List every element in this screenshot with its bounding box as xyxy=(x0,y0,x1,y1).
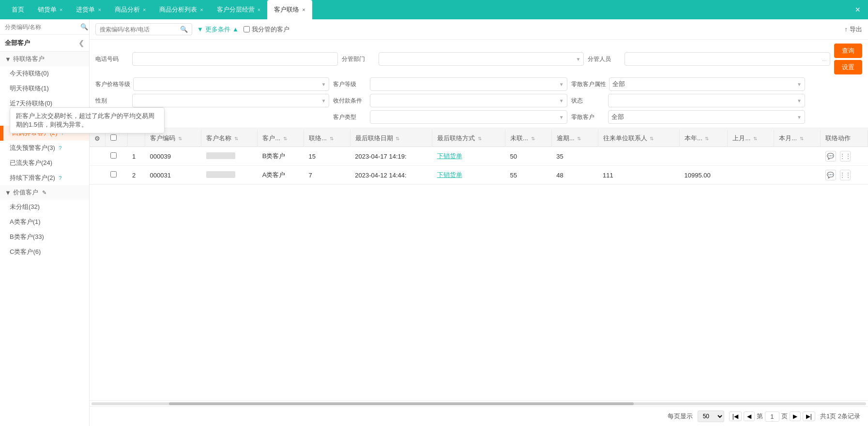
sidebar-item-a-class[interactable]: A类客户(1) xyxy=(0,215,89,230)
sidebar-search-area: 🔍 xyxy=(0,19,89,35)
price-level-select[interactable]: ▼ xyxy=(133,77,329,91)
my-customers-checkbox-area: 我分管的客户 xyxy=(244,25,289,34)
th-contact[interactable]: 联络... ⇅ xyxy=(304,130,350,147)
td-unit-contact-2: 111 xyxy=(598,166,679,185)
sort-icon-last-month: ⇅ xyxy=(753,136,757,141)
price-level-label: 客户价格等级 xyxy=(95,80,130,88)
sidebar-item-b-class[interactable]: B类客户(33) xyxy=(0,230,89,245)
phone-input[interactable] xyxy=(132,52,338,66)
th-unread-label: 未联... xyxy=(510,134,528,142)
tab-home[interactable]: 首页 xyxy=(5,0,31,19)
tab-customer-contact[interactable]: 客户联络 × xyxy=(267,0,312,19)
branch-dept-select[interactable]: ▼ xyxy=(379,52,584,66)
advanced-filter-panel: 电话号码 分管部门 ▼ 分管人员 … 查询 设置 xyxy=(90,40,868,128)
customer-type-select[interactable]: ▼ xyxy=(370,110,567,124)
th-customer-level[interactable]: 客户... ⇅ xyxy=(258,130,304,147)
tab-customer-tier-close[interactable]: × xyxy=(258,7,260,13)
td-last-contact-method-1[interactable]: 下销货单 xyxy=(432,147,505,166)
th-customer-name[interactable]: 客户名称 ⇅ xyxy=(201,130,258,147)
sidebar-item-loss-risk[interactable]: 流失预警客户(3) ? xyxy=(0,141,89,156)
sidebar-search-icon[interactable]: 🔍 xyxy=(80,23,88,30)
th-last-contact-date[interactable]: 最后联络日期 ⇅ xyxy=(350,130,432,147)
value-customer-edit-icon[interactable]: ✎ xyxy=(42,190,46,196)
continuous-drop-info-icon[interactable]: ? xyxy=(59,175,61,181)
more-conditions-label: 更多条件 xyxy=(205,25,230,34)
query-button[interactable]: 查询 xyxy=(834,44,862,58)
status-select[interactable]: ▼ xyxy=(608,94,805,107)
tab-sales-order-close[interactable]: × xyxy=(60,7,62,13)
current-page[interactable]: 1 xyxy=(765,411,779,422)
action-icon-more-2[interactable]: ⋮⋮ xyxy=(840,170,851,180)
zero-retail-attr-select[interactable]: 全部▼ xyxy=(609,77,805,91)
tab-customer-contact-close[interactable]: × xyxy=(302,7,305,13)
my-customers-checkbox[interactable] xyxy=(244,26,250,32)
sidebar-item-today-pending[interactable]: 今天待联络(0) xyxy=(0,66,89,81)
last-page-button[interactable]: ▶| xyxy=(803,411,815,421)
filter-field-gender: 性别 ▼ xyxy=(95,94,329,107)
filter-row-4: ... 客户类型 ▼ 零散客户 全部▼ xyxy=(95,110,862,124)
tab-product-analysis[interactable]: 商品分析 × xyxy=(108,0,152,19)
th-last-contact-method[interactable]: 最后联络方式 ⇅ xyxy=(432,130,505,147)
th-this-month[interactable]: 本月... ⇅ xyxy=(774,130,821,147)
horizontal-scrollbar[interactable] xyxy=(90,400,868,406)
filter-field-customer-type: 客户类型 ▼ xyxy=(333,110,567,124)
table-header-row: ⚙ 客户编码 ⇅ 客户名称 ⇅ 客户... ⇅ xyxy=(90,130,868,147)
topnav: 首页 销货单 × 进货单 × 商品分析 × 商品分析列表 × 客户分层经营 × … xyxy=(0,0,868,19)
setting-button[interactable]: 设置 xyxy=(834,60,862,74)
zero-retail-select[interactable]: 全部▼ xyxy=(608,110,805,124)
sidebar-item-tomorrow-pending[interactable]: 明天待联络(1) xyxy=(0,81,89,96)
customer-name-blur-1 xyxy=(206,152,235,159)
sidebar-value-customer-group[interactable]: ▼ 价值客户 ✎ xyxy=(0,185,89,200)
tab-product-analysis-close[interactable]: × xyxy=(143,7,146,13)
customer-level-select[interactable]: ▼ xyxy=(370,77,567,91)
th-unit-contact-label: 往来单位联系人 xyxy=(603,134,647,142)
sidebar-item-already-lost[interactable]: 已流失客户(24) xyxy=(0,156,89,171)
sort-icon-date: ⇅ xyxy=(396,136,399,141)
tab-purchase-order[interactable]: 进货单 × xyxy=(69,0,107,19)
tab-purchase-order-close[interactable]: × xyxy=(98,7,101,13)
search-icon[interactable]: 🔍 xyxy=(180,26,188,33)
tab-product-analysis-list[interactable]: 商品分析列表 × xyxy=(152,0,210,19)
filter-field-zero-retail: 零散客户 全部▼ xyxy=(571,110,805,124)
sidebar-item-continuous-drop[interactable]: 持续下滑客户(2) ? xyxy=(0,171,89,186)
th-last-month[interactable]: 上月... ⇅ xyxy=(728,130,774,147)
sidebar-collapse-icon[interactable]: ❮ xyxy=(78,39,84,47)
loss-risk-info-icon[interactable]: ? xyxy=(59,145,61,151)
export-button[interactable]: ↑ 导出 xyxy=(845,25,863,34)
gender-select[interactable]: ▼ xyxy=(132,94,329,107)
first-page-button[interactable]: |◀ xyxy=(729,411,742,421)
scrollbar-thumb[interactable] xyxy=(169,402,634,405)
th-overdue[interactable]: 逾期... ⇅ xyxy=(551,130,598,147)
sidebar-pending-contact-group[interactable]: ▼ 待联络客户 xyxy=(0,52,89,66)
search-input[interactable] xyxy=(100,26,177,33)
td-last-contact-method-2[interactable]: 下销货单 xyxy=(432,166,505,185)
window-close-button[interactable]: × xyxy=(855,5,860,15)
status-label: 状态 xyxy=(571,97,605,105)
page-size-select[interactable]: 50 100 200 xyxy=(698,411,724,422)
more-conditions-button[interactable]: ▼ 更多条件 ▲ xyxy=(197,25,239,34)
prev-page-button[interactable]: ◀ xyxy=(744,411,755,421)
th-unread[interactable]: 未联... ⇅ xyxy=(505,130,552,147)
action-icon-more-1[interactable]: ⋮⋮ xyxy=(840,151,851,162)
select-all-checkbox[interactable] xyxy=(110,134,117,141)
sidebar-item-c-class[interactable]: C类客户(6) xyxy=(0,245,89,260)
row-2-checkbox[interactable] xyxy=(110,171,117,177)
sidebar-search-input[interactable] xyxy=(5,24,77,30)
action-icon-chat-2[interactable]: 💬 xyxy=(825,170,836,180)
td-unit-contact-1 xyxy=(598,147,679,166)
payment-terms-select[interactable]: ▼ xyxy=(370,94,567,107)
filter-field-zero-retail-attr: 零散客户属性 全部▼ xyxy=(571,77,805,91)
td-customer-code-1: 000039 xyxy=(145,147,201,166)
branch-person-select[interactable]: … xyxy=(624,52,830,66)
table-row: 2 000031 A类客户 7 2023-04-12 14:44: 下销货单 5… xyxy=(90,166,868,185)
sidebar-item-ungrouped[interactable]: 未分组(32) xyxy=(0,200,89,215)
tab-sales-order[interactable]: 销货单 × xyxy=(31,0,69,19)
next-page-button[interactable]: ▶ xyxy=(790,411,801,421)
page-suffix: 页 xyxy=(781,412,788,421)
action-icon-chat-1[interactable]: 💬 xyxy=(825,151,836,162)
tab-product-analysis-list-close[interactable]: × xyxy=(200,7,203,13)
tab-customer-tier[interactable]: 客户分层经营 × xyxy=(210,0,267,19)
th-this-year[interactable]: 本年... ⇅ xyxy=(679,130,728,147)
th-unit-contact[interactable]: 往来单位联系人 ⇅ xyxy=(598,130,679,147)
row-1-checkbox[interactable] xyxy=(110,152,117,159)
